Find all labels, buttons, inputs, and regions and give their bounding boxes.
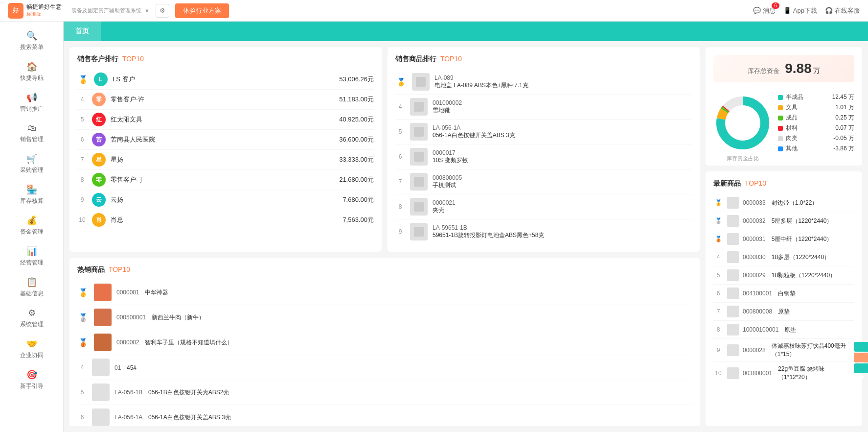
svg-rect-30	[727, 367, 739, 379]
product-thumbnail	[410, 123, 428, 141]
customer-name: LS 客户	[113, 75, 334, 84]
top-header: 好 畅捷通好生意 标准版 装备及固定资产辅助管理系统 ▼ ⚙ 体验行业方案 💬 …	[0, 0, 868, 22]
product-row: 5 LA-056-1A 056-1A白色按键开关盖ABS 3克	[395, 120, 692, 144]
sidebar-item-finance[interactable]: 💰 资金管理	[0, 210, 63, 241]
newest-row: 8 10000100001 原垫	[713, 321, 854, 339]
app-download-button[interactable]: 📱 App下载	[783, 6, 817, 15]
rank-number: 9	[77, 196, 87, 203]
product-code: 0000030	[743, 254, 766, 261]
legend-left: 半成品	[778, 93, 803, 101]
message-icon: 💬	[753, 7, 761, 14]
customer-row: 7 星 星扬 33,333.00元	[77, 150, 374, 170]
product-code: 01	[114, 364, 121, 371]
rank-number: 10	[77, 216, 87, 223]
newest-products-title: 最新商品 TOP10	[713, 179, 854, 188]
header-center: 装备及固定资产辅助管理系统 ▼ ⚙ 体验行业方案	[71, 3, 753, 18]
svg-rect-29	[727, 344, 739, 356]
sidebar-item-system[interactable]: ⚙ 系统管理	[0, 303, 63, 334]
sidebar-item-purchase[interactable]: 🛒 采购管理	[0, 148, 63, 179]
product-thumbnail	[410, 148, 428, 166]
product-code: 0000017	[433, 149, 692, 156]
product-name: 白钢垫	[778, 289, 854, 298]
newest-row: 🥉 0000031 5厘中纤（1220*2440）	[713, 230, 854, 248]
sidebar-item-marketing[interactable]: 📢 营销推广	[0, 87, 63, 118]
live-button[interactable]: 直播	[854, 363, 868, 373]
rank-number: 8	[713, 326, 723, 333]
customer-service-button[interactable]: 客服热线	[854, 342, 868, 352]
sidebar-item-guide[interactable]: 🎯 新手引导	[0, 364, 63, 395]
product-code: LA-089	[434, 74, 692, 81]
sidebar-item-inventory[interactable]: 🏪 库存核算	[0, 179, 63, 210]
product-thumbnail	[727, 324, 739, 336]
finance-icon: 💰	[26, 215, 37, 226]
svg-rect-8	[94, 309, 112, 326]
legend-item: 肉类 -0.05 万	[778, 133, 854, 144]
customers-table: 🥇 L LS 客户 53,006.26元 4 零 零售客户·许 51,183.0…	[77, 70, 374, 230]
dropdown-icon: ▼	[144, 8, 150, 14]
product-code: 0000029	[743, 272, 766, 279]
rank-number: 4	[713, 254, 723, 261]
system-icon: ⚙	[28, 308, 36, 318]
product-code: 000800005	[433, 174, 692, 181]
customer-avatar: 红	[92, 113, 106, 126]
legend-color-dot	[778, 146, 783, 151]
sidebar-item-basic-info[interactable]: 📋 基础信息	[0, 272, 63, 303]
product-code: 0000033	[743, 199, 766, 206]
trial-button[interactable]: 体验行业方案	[175, 3, 229, 18]
system-selector[interactable]: 装备及固定资产辅助管理系统 ▼	[71, 7, 150, 14]
sidebar-item-operations[interactable]: 📊 经营管理	[0, 241, 63, 272]
product-name: 封边带（1.0*22）	[772, 199, 854, 207]
sidebar-search[interactable]: 🔍 搜索菜单	[0, 25, 63, 56]
legend-item: 文具 1.01 万	[778, 102, 854, 113]
right-column: 库存总资金 9.88 万	[706, 47, 862, 426]
marketing-icon: 📢	[26, 92, 37, 103]
product-code: 003800001	[743, 370, 772, 377]
newest-row: 7 000800008 原垫	[713, 303, 854, 321]
inventory-icon: 🏪	[26, 184, 37, 195]
product-row: 7 000800005 手机测试	[395, 169, 692, 194]
sidebar-item-quick-nav[interactable]: 🏠 快捷导航	[0, 56, 63, 87]
home-icon: 🏠	[26, 61, 37, 72]
hot-products-list: 🥇 0000001 中华神器 🥈	[77, 280, 692, 426]
left-column: 销售客户排行 TOP10 🥇 L LS 客户 53,006.26元	[69, 47, 700, 426]
customer-amount: 7,563.00元	[343, 216, 374, 224]
rank-number: 🥉	[713, 236, 723, 242]
settings-button[interactable]: ⚙	[156, 4, 169, 18]
product-name: 手机测试	[433, 181, 692, 190]
sidebar-item-sales[interactable]: 🛍 销售管理	[0, 118, 63, 148]
legend-color-dot	[778, 136, 783, 141]
customer-avatar: 肖	[92, 213, 106, 227]
rank-number: 6	[77, 414, 87, 421]
sidebar-item-enterprise[interactable]: 🤝 企业协同	[0, 334, 63, 364]
svg-rect-0	[416, 77, 426, 87]
product-info: LA-056-1A 056-1A白色按键开关盖ABS 3壳	[114, 413, 692, 422]
tab-home[interactable]: 首页	[64, 22, 101, 41]
service-button[interactable]: 🎧 在线客服	[825, 6, 860, 15]
sales-products-table: 🥇 LA-089 电池盖 LA-089 ABS本色+黑种 7.1克	[395, 70, 692, 244]
newest-row: 5 0000029 18颗粒板（1220*2440）	[713, 266, 854, 285]
newest-top10-label: TOP10	[745, 179, 766, 187]
product-thumbnail	[410, 198, 428, 216]
sidebar-label-system: 系统管理	[20, 320, 44, 329]
community-button[interactable]: 服务社区	[854, 353, 868, 362]
medal-icon: 🥇	[77, 287, 89, 298]
customer-name: 云扬	[111, 195, 338, 204]
newest-row: 10 003800001 22g鱼豆腐·烧烤味（1*12*20）	[713, 362, 854, 384]
svg-rect-5	[414, 202, 424, 212]
legend-name: 文具	[786, 103, 798, 112]
service-icon: 🎧	[825, 7, 833, 14]
product-name: 新西兰牛肉（新牛）	[152, 314, 205, 321]
legend-left: 成品	[778, 114, 798, 122]
inventory-total: 库存总资金 9.88 万	[713, 55, 854, 82]
customer-amount: 36,600.00元	[339, 135, 374, 144]
product-info: 001000002 雪地靴	[433, 99, 692, 115]
customer-name: 苦南县人民医院	[111, 135, 334, 144]
svg-rect-27	[727, 306, 739, 317]
top-sales-products-title: 销售商品排行 TOP10	[395, 55, 692, 64]
hot-product-row: 🥇 0000001 中华神器	[77, 280, 692, 305]
product-code: 000800008	[743, 308, 772, 315]
product-row: 🥇 LA-089 电池盖 LA-089 ABS本色+黑种 7.1克	[395, 70, 692, 95]
legend-name: 半成品	[786, 93, 803, 101]
message-button[interactable]: 💬 消息 6	[753, 6, 776, 15]
product-thumbnail	[92, 384, 110, 401]
